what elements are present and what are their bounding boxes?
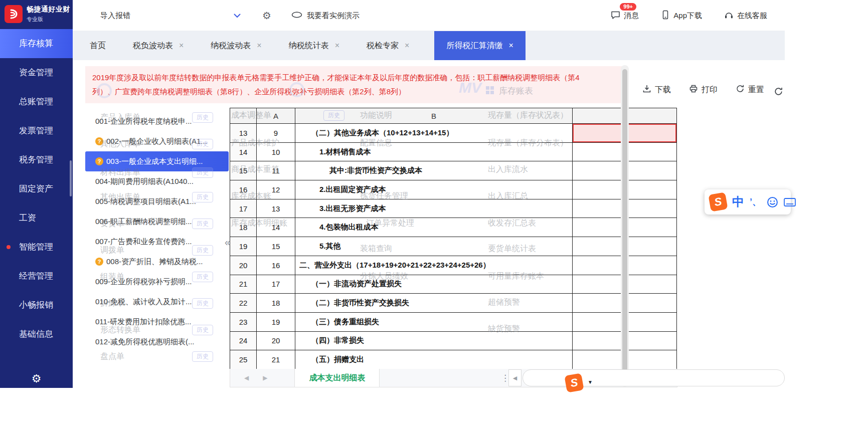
column-header-a[interactable]: A: [257, 108, 295, 124]
sidebar-item[interactable]: 固定资产: [0, 174, 73, 203]
seq-cell[interactable]: 9: [257, 124, 295, 143]
sidebar-item[interactable]: 库存核算: [0, 29, 73, 58]
tab-close-icon[interactable]: ×: [508, 41, 513, 50]
label-cell[interactable]: （四）非常损失: [295, 332, 573, 351]
download-icon: [642, 84, 651, 95]
tab-close-icon[interactable]: ×: [179, 41, 184, 50]
help-icon[interactable]: ?: [95, 157, 103, 165]
seq-cell[interactable]: 14: [257, 218, 295, 237]
reset-button[interactable]: 重置: [736, 84, 764, 95]
ime-language-icon[interactable]: 中: [732, 194, 744, 210]
form-list-item[interactable]: 007-广告费和业务宣传费跨...: [85, 232, 229, 252]
input-method-toolbar[interactable]: S 中 ’、: [705, 189, 791, 215]
form-list-item[interactable]: ? 008-资产折旧、摊销及纳税...: [85, 252, 229, 272]
label-cell[interactable]: （三）债务重组损失: [295, 313, 573, 332]
seq-cell[interactable]: 17: [257, 275, 295, 294]
table-row: 20 16 二、营业外支出（17+18+19+20+21+22+23+24+25…: [230, 256, 677, 275]
print-button[interactable]: 打印: [689, 84, 718, 95]
form-list-item[interactable]: 006-职工薪酬纳税调整明细...: [85, 211, 229, 232]
sidebar-scrollbar[interactable]: [70, 160, 72, 196]
messages-badge: 99+: [620, 3, 636, 11]
label-cell[interactable]: 4.包装物出租成本: [295, 218, 573, 237]
sidebar-item[interactable]: 发票管理: [0, 116, 73, 145]
form-list-item[interactable]: 005-纳税调整项目明细表(A1...: [85, 191, 229, 211]
label-cell[interactable]: 二、营业外支出（17+18+19+20+21+22+23+24+25+26）: [295, 256, 573, 275]
ime-keyboard-icon[interactable]: [784, 198, 796, 206]
label-cell[interactable]: （二）非货币性资产交换损失: [295, 294, 573, 313]
label-cell[interactable]: （五）捐赠支出: [295, 350, 573, 369]
sogou-logo-icon[interactable]: S: [564, 373, 584, 392]
import-error-dropdown[interactable]: 导入报错: [100, 0, 241, 31]
tax-settlement-page: 2019年度涉及取以前年度结转数据的申报表单元格需要手工维护正确，才能保证本年及…: [73, 60, 785, 388]
demo-link[interactable]: 我要看实例演示: [291, 0, 360, 31]
tab-close-icon[interactable]: ×: [257, 41, 261, 50]
sidebar-item[interactable]: 经营管理: [0, 262, 73, 291]
seq-cell[interactable]: 10: [257, 143, 295, 162]
seq-cell[interactable]: 19: [257, 313, 295, 332]
sogou-logo-icon[interactable]: S: [708, 192, 728, 211]
sidebar-item[interactable]: 工资: [0, 203, 73, 233]
sidebar-item[interactable]: 小畅报销: [0, 291, 73, 320]
settings-gear-icon[interactable]: ⚙: [0, 372, 73, 385]
download-button[interactable]: 下载: [642, 84, 671, 95]
phone-icon: [661, 10, 670, 21]
chevron-down-icon[interactable]: [234, 11, 241, 20]
form-list-item[interactable]: ? 003-一般企业成本支出明细...: [85, 151, 229, 171]
label-cell[interactable]: 3.出租无形资产成本: [295, 199, 573, 219]
label-cell[interactable]: 5.其他: [295, 237, 573, 256]
form-list-item[interactable]: 001-企业所得税年度纳税申...: [85, 111, 229, 131]
sidebar-item[interactable]: 总账管理: [0, 87, 73, 116]
sidebar-item[interactable]: 资金管理: [0, 58, 73, 87]
tab[interactable]: 税检专家 ×: [365, 31, 411, 60]
form-list-item[interactable]: 010-免税、减计收入及加计...: [85, 292, 229, 312]
seq-cell[interactable]: 21: [257, 350, 295, 369]
sheet-tab[interactable]: 成本支出明细表: [294, 369, 380, 387]
seq-cell[interactable]: 12: [257, 180, 295, 199]
column-header-b[interactable]: B: [295, 108, 573, 124]
tab-close-icon[interactable]: ×: [405, 41, 409, 50]
ime-menu-caret-icon[interactable]: ▼: [588, 379, 593, 385]
tab-close-icon[interactable]: ×: [335, 41, 339, 50]
app-download-button[interactable]: App下载: [661, 10, 702, 21]
gear-icon[interactable]: ⚙: [262, 0, 271, 31]
ime-emoji-icon[interactable]: [767, 196, 778, 208]
help-icon[interactable]: ?: [95, 258, 103, 266]
tab[interactable]: 首页: [88, 31, 108, 60]
online-service-button[interactable]: 在线客服: [724, 11, 767, 21]
label-cell[interactable]: 2.出租固定资产成本: [295, 180, 573, 199]
hscroll-track[interactable]: [523, 369, 785, 386]
help-icon[interactable]: ?: [95, 137, 103, 145]
messages-button[interactable]: 99+ 消息: [611, 11, 639, 21]
seq-cell[interactable]: 15: [257, 237, 295, 256]
sidebar-item[interactable]: 税务管理: [0, 145, 73, 174]
seq-cell[interactable]: 11: [257, 161, 295, 180]
sidebar-item[interactable]: 基础信息: [0, 320, 73, 349]
label-cell[interactable]: （二）其他业务成本（10+12+13+14+15）: [295, 124, 573, 143]
tab[interactable]: 纳税波动表 ×: [209, 31, 263, 60]
form-list-item[interactable]: 004-期间费用明细表(A1040...: [85, 171, 229, 191]
hscroll-left-button[interactable]: ◀: [508, 369, 522, 386]
form-list-item[interactable]: 011-研发费用加计扣除优惠...: [85, 312, 229, 332]
collapse-panel-icon[interactable]: «: [225, 237, 230, 248]
seq-cell[interactable]: 16: [257, 256, 295, 275]
form-list-item[interactable]: 009-企业所得税弥补亏损明...: [85, 272, 229, 292]
form-list-item[interactable]: ? 002-一般企业收入明细表(A1...: [85, 131, 229, 151]
label-cell[interactable]: 其中:非货币性资产交换成本: [295, 161, 573, 180]
desktop: 畅捷通好业财 专业版 库存核算 资金管理 总账管理 发票管理: [0, 0, 868, 428]
tab[interactable]: 所得税汇算清缴 ×: [434, 31, 525, 60]
sheet-next-icon[interactable]: ▶: [263, 374, 267, 381]
ime-punctuation-icon[interactable]: ’、: [750, 196, 761, 208]
seq-cell[interactable]: 20: [257, 332, 295, 351]
sidebar-item[interactable]: 智能管理: [0, 233, 73, 262]
refresh-icon[interactable]: [774, 87, 783, 98]
seq-cell[interactable]: 18: [257, 294, 295, 313]
label-cell[interactable]: 1.材料销售成本: [295, 143, 573, 162]
sheet-prev-icon[interactable]: ◀: [244, 374, 249, 381]
vertical-scrollbar[interactable]: [621, 65, 629, 387]
label-cell[interactable]: （一）非流动资产处置损失: [295, 275, 573, 294]
tab[interactable]: 纳税统计表 ×: [287, 31, 341, 60]
form-list-item[interactable]: 012-减免所得税优惠明细表(...: [85, 332, 229, 352]
vertical-scrollbar-thumb[interactable]: [622, 69, 627, 373]
seq-cell[interactable]: 13: [257, 199, 295, 219]
tab[interactable]: 税负波动表 ×: [131, 31, 186, 60]
